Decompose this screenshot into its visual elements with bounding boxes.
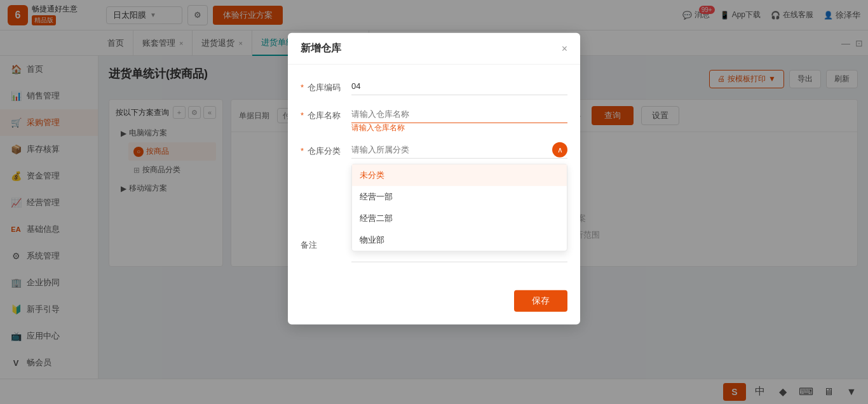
dropdown-item-3[interactable]: 物业部 [352, 229, 567, 251]
category-dropdown-list: 未分类 经营一部 经营二部 物业部 [351, 164, 567, 252]
category-input[interactable] [351, 141, 567, 159]
modal-footer: 保存 [288, 290, 580, 312]
warehouse-code-row: * 仓库编码 [301, 77, 567, 95]
warehouse-name-error-msg: 请输入仓库名称 [351, 123, 405, 133]
dropdown-item-1[interactable]: 经营一部 [352, 186, 567, 208]
dropdown-item-0[interactable]: 未分类 [352, 165, 567, 186]
warehouse-category-label: * 仓库分类 [301, 141, 351, 157]
modal-header: 新增仓库 × [288, 33, 580, 65]
warehouse-code-input[interactable] [351, 77, 567, 95]
warehouse-name-input[interactable] [351, 105, 567, 123]
modal-close-button[interactable]: × [562, 43, 567, 54]
modal-title: 新增仓库 [301, 42, 341, 55]
save-button[interactable]: 保存 [514, 290, 567, 312]
warehouse-name-label: * 仓库名称 [301, 105, 351, 121]
warehouse-name-row: * 仓库名称 请输入仓库名称 [301, 105, 567, 123]
warehouse-category-row: * 仓库分类 ∧ 未分类 经营一部 经营二部 物业部 [301, 141, 567, 159]
modal-body: * 仓库编码 * 仓库名称 请输入仓库名称 * 仓库分类 ∧ [288, 65, 580, 285]
warehouse-code-label: * 仓库编码 [301, 77, 351, 93]
dropdown-item-2[interactable]: 经营二部 [352, 208, 567, 229]
category-select-wrap: ∧ 未分类 经营一部 经营二部 物业部 [351, 141, 567, 159]
add-warehouse-modal: 新增仓库 × * 仓库编码 * 仓库名称 请输入仓库名称 * 仓库分类 [288, 33, 580, 325]
category-dropdown-toggle[interactable]: ∧ [552, 142, 567, 158]
note-label: 备注 [301, 235, 351, 251]
